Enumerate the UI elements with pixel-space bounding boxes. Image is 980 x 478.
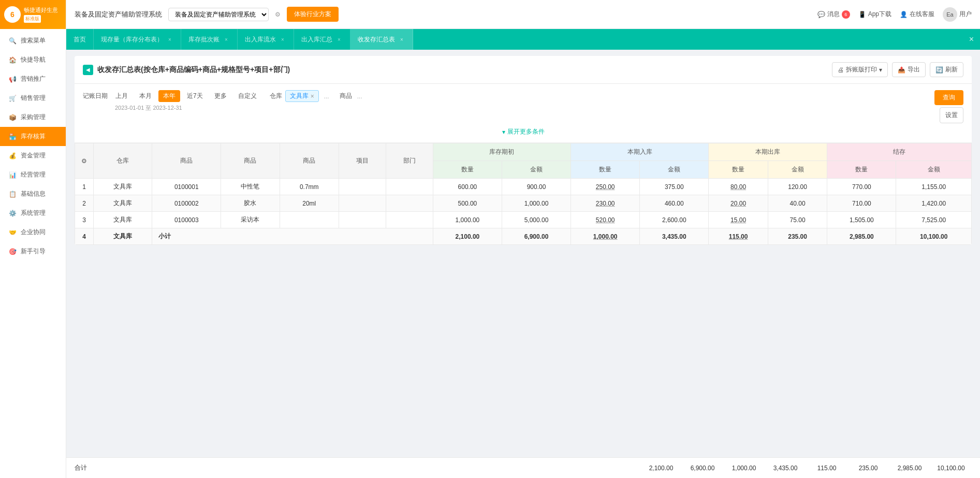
settings-icon[interactable]: ⚙ [275, 11, 281, 18]
sidebar-item-finance[interactable]: 💰 资金管理 [0, 146, 66, 165]
cell-out-qty[interactable]: 15.00 [709, 212, 768, 228]
user-avatar: Ea [943, 7, 957, 22]
filter-row-1: 记账日期 上月 本月 本年 近7天 更多 自定义 仓库 [83, 90, 930, 102]
th-balance-amt: 金额 [896, 161, 972, 179]
page-content: ◀ 收发存汇总表(按仓库+商品编码+商品+规格型号+项目+部门) 🖨 拆账版打印… [66, 50, 980, 478]
app-download-btn[interactable]: 📱 App下载 [858, 10, 891, 19]
date-btn-this-year[interactable]: 本年 [158, 90, 180, 102]
tab-in-out-flow-label: 出入库流水 [245, 35, 276, 44]
table-row-subtotal: 4 文具库 小计 2,100.00 6,900.00 1,000.00 3,43… [75, 228, 972, 245]
tab-in-out-summary[interactable]: 出入库汇总 × [294, 29, 350, 50]
tab-inventory-dist-label: 现存量（库存分布表） [101, 35, 163, 44]
sidebar-item-search[interactable]: 🔍 搜索菜单 [0, 31, 66, 50]
cell-goods-code: 0100002 [152, 195, 221, 212]
refresh-icon: 🔄 [935, 66, 943, 74]
cell-balance-amt: 1,420.00 [896, 195, 972, 212]
cell-opening-qty: 600.00 [433, 179, 502, 195]
tab-inventory-dist[interactable]: 现存量（库存分布表） × [94, 29, 181, 50]
sidebar-item-label: 新手引导 [21, 247, 46, 256]
cell-in-amt: 2,600.00 [640, 212, 709, 228]
goods-filter: 商品 ... [340, 92, 364, 100]
tab-batch-ledger-close[interactable]: × [223, 36, 230, 43]
cell-in-amt: 460.00 [640, 195, 709, 212]
cell-out-qty[interactable]: 20.00 [709, 195, 768, 212]
online-service-label: 在线客服 [910, 10, 934, 19]
date-btn-7days[interactable]: 近7天 [182, 90, 208, 102]
cell-subtotal-in-qty[interactable]: 1,000.00 [571, 228, 640, 245]
message-btn[interactable]: 💬 消息 6 [817, 10, 850, 19]
online-service-btn[interactable]: 👤 在线客服 [900, 10, 934, 19]
cell-goods-spec: 0.7mm [280, 179, 339, 195]
export-btn[interactable]: 📤 导出 [892, 62, 926, 77]
warehouse-remove-btn[interactable]: × [311, 93, 314, 100]
sidebar-item-quick-nav[interactable]: 🏠 快捷导航 [0, 50, 66, 69]
sidebar-item-guide[interactable]: 🎯 新手引导 [0, 242, 66, 261]
print-btn[interactable]: 🖨 拆账版打印 ▾ [832, 62, 888, 77]
cell-goods-code: 0100003 [152, 212, 221, 228]
sales-icon: 🛒 [8, 94, 17, 103]
tab-in-out-flow[interactable]: 出入库流水 × [238, 29, 294, 50]
experience-btn[interactable]: 体验行业方案 [287, 7, 339, 22]
sidebar-item-purchase[interactable]: 📦 采购管理 [0, 108, 66, 127]
cell-in-qty[interactable]: 520.00 [571, 212, 640, 228]
date-buttons: 上月 本月 本年 近7天 更多 自定义 [111, 90, 261, 102]
tabbar: 首页 现存量（库存分布表） × 库存批次账 × 出入库流水 × 出入库汇总 × … [66, 29, 980, 50]
cell-subtotal-out-qty[interactable]: 115.00 [709, 228, 768, 245]
sidebar-item-label: 销售管理 [21, 94, 46, 103]
tab-home[interactable]: 首页 [66, 29, 94, 50]
tab-in-out-flow-close[interactable]: × [279, 36, 286, 43]
date-btn-custom[interactable]: 自定义 [233, 90, 261, 102]
cell-goods-name: 采访本 [221, 212, 280, 228]
warehouse-value: 文具库 [290, 92, 309, 100]
cell-in-qty[interactable]: 250.00 [571, 179, 640, 195]
tab-batch-ledger[interactable]: 库存批次账 × [181, 29, 238, 50]
tabbar-close-all[interactable]: × [963, 35, 980, 44]
sidebar-nav: 🔍 搜索菜单 🏠 快捷导航 📢 营销推广 🛒 销售管理 📦 采购管理 🏪 库存核… [0, 29, 66, 263]
sidebar-item-sales[interactable]: 🛒 销售管理 [0, 89, 66, 108]
cell-balance-amt: 7,525.00 [896, 212, 972, 228]
expand-filter-btn[interactable]: ▾ 展开更多条件 [83, 127, 963, 136]
query-btn[interactable]: 查询 [934, 90, 963, 105]
cell-opening-amt: 1,000.00 [502, 195, 571, 212]
sidebar-item-enterprise[interactable]: 🤝 企业协同 [0, 223, 66, 242]
cell-opening-qty: 500.00 [433, 195, 502, 212]
filter-settings-btn[interactable]: 设置 [940, 107, 963, 123]
tab-in-out-summary-close[interactable]: × [335, 36, 343, 43]
date-btn-last-month[interactable]: 上月 [111, 90, 133, 102]
date-btn-more[interactable]: 更多 [210, 90, 231, 102]
sidebar-item-marketing[interactable]: 📢 营销推广 [0, 69, 66, 89]
footer-col: 115.00 [806, 465, 847, 472]
th-settings[interactable]: ⚙ [75, 143, 94, 179]
sidebar-item-label: 基础信息 [21, 190, 46, 198]
collapse-btn[interactable]: ◀ [83, 65, 93, 75]
tab-inventory-dist-close[interactable]: × [166, 36, 173, 43]
cell-out-amt: 75.00 [768, 212, 827, 228]
sidebar-item-inventory[interactable]: 🏪 库存核算 [0, 127, 66, 146]
date-label: 记账日期 [83, 92, 108, 100]
service-icon: 👤 [900, 11, 908, 18]
tab-collect-send-close[interactable]: × [398, 36, 405, 43]
footer-col: 1,000.00 [723, 465, 765, 472]
sidebar-item-business[interactable]: 📊 经营管理 [0, 165, 66, 184]
sidebar-item-system[interactable]: ⚙️ 系统管理 [0, 204, 66, 223]
logo-icon: 6 [4, 6, 21, 23]
goods-label: 商品 [340, 92, 352, 100]
data-table: ⚙ 仓库 商品 商品 商品 项目 部门 库存期初 本期入库 本期出库 结存 [75, 143, 972, 245]
sidebar-item-label: 快捷导航 [21, 55, 46, 64]
refresh-btn[interactable]: 🔄 刷新 [930, 62, 963, 77]
cell-out-amt: 120.00 [768, 179, 827, 195]
cell-goods-spec: 20ml [280, 195, 339, 212]
sidebar-item-basic-info[interactable]: 📋 基础信息 [0, 184, 66, 204]
tab-collect-send-label: 收发存汇总表 [358, 35, 395, 44]
date-btn-this-month[interactable]: 本月 [135, 90, 156, 102]
cell-out-qty[interactable]: 80.00 [709, 179, 768, 195]
tab-collect-send[interactable]: 收发存汇总表 × [350, 29, 413, 50]
user-avatar-btn[interactable]: Ea 用户 [943, 7, 972, 22]
th-balance-qty: 数量 [827, 161, 896, 179]
system-select[interactable]: 装备及固定资产辅助管理系统 [168, 8, 269, 21]
goods-dots[interactable]: ... [355, 93, 364, 100]
system-icon: ⚙️ [8, 209, 17, 218]
warehouse-dots[interactable]: ... [322, 93, 331, 100]
cell-balance-qty: 1,505.00 [827, 212, 896, 228]
cell-in-qty[interactable]: 230.00 [571, 195, 640, 212]
